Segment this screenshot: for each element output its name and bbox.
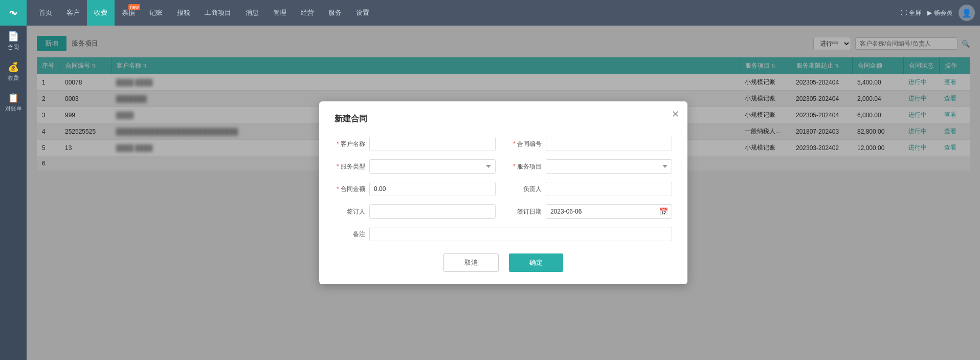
- contract-icon: 📄: [8, 31, 19, 42]
- sidebar-item-billing[interactable]: 💰 收费: [0, 56, 27, 87]
- remark-field: 备注: [335, 227, 672, 241]
- contract-no-label: 合同编号: [511, 140, 542, 149]
- topnav: 首页 客户 收费 票据 new 记账 报税 工商项目 消息 管理 经营: [27, 0, 980, 26]
- modal-dialog: 新建合同 ✕ 客户名称 合同编号 服务类型: [319, 101, 687, 284]
- sidebar-item-billing-label: 收费: [8, 74, 19, 82]
- contract-no-field: 合同编号: [511, 137, 672, 151]
- customer-field: 客户名称: [335, 137, 496, 151]
- sidebar-item-reconcile[interactable]: 📋 对账单: [0, 87, 27, 118]
- modal-title: 新建合同: [335, 114, 672, 124]
- sidebar-item-contract-label: 合同: [8, 44, 19, 51]
- modal-close-button[interactable]: ✕: [672, 110, 679, 119]
- responsible-field: 负责人: [511, 182, 672, 196]
- nav-service[interactable]: 服务: [321, 0, 349, 26]
- reconcile-icon: 📋: [8, 92, 19, 103]
- main-area: 首页 客户 收费 票据 new 记账 报税 工商项目 消息 管理 经营: [27, 0, 980, 360]
- service-item-field: 服务项目: [511, 159, 672, 174]
- signer-input[interactable]: [369, 204, 496, 219]
- nav-billing[interactable]: 收费: [87, 0, 115, 26]
- service-type-label: 服务类型: [335, 162, 365, 171]
- remark-label: 备注: [335, 230, 365, 239]
- nav-home[interactable]: 首页: [32, 0, 59, 26]
- modal-overlay: 新建合同 ✕ 客户名称 合同编号 服务类型: [27, 26, 980, 360]
- sign-date-field: 签订日期 📅: [511, 204, 672, 219]
- service-item-label: 服务项目: [511, 162, 542, 171]
- sign-date-input[interactable]: [546, 204, 672, 219]
- sidebar-logo[interactable]: [0, 0, 27, 26]
- new-badge: new: [128, 4, 140, 10]
- member-button[interactable]: ▶ 畅会员: [927, 9, 952, 17]
- modal-footer: 取消 确定: [335, 253, 672, 272]
- sidebar-item-reconcile-label: 对账单: [5, 105, 22, 113]
- contract-amount-field: 合同金额: [335, 182, 496, 196]
- sidebar: 📄 合同 💰 收费 📋 对账单: [0, 0, 27, 360]
- responsible-input[interactable]: [546, 182, 672, 196]
- customer-label: 客户名称: [335, 140, 365, 149]
- service-type-select[interactable]: [369, 159, 496, 174]
- nav-right: ⛶ 全屏 ▶ 畅会员 👤: [901, 5, 975, 21]
- form-grid: 客户名称 合同编号 服务类型 服务项目: [335, 137, 672, 241]
- nav-invoice[interactable]: 票据 new: [115, 0, 142, 26]
- content: 新增 服务项目 进行中 已终止 全部 🔍 序号 合同编号⇅ 客户名称⇅: [27, 26, 980, 360]
- nav-operation[interactable]: 经营: [294, 0, 321, 26]
- play-icon: ▶: [927, 9, 932, 16]
- confirm-button[interactable]: 确定: [509, 253, 563, 272]
- fullscreen-button[interactable]: ⛶ 全屏: [901, 9, 921, 17]
- contract-amount-input[interactable]: [369, 182, 496, 196]
- sidebar-item-contract[interactable]: 📄 合同: [0, 26, 27, 56]
- nav-manage[interactable]: 管理: [266, 0, 294, 26]
- avatar-icon: 👤: [962, 8, 972, 18]
- nav-customer[interactable]: 客户: [59, 0, 87, 26]
- billing-icon: 💰: [8, 61, 19, 73]
- signer-label: 签订人: [335, 207, 365, 216]
- svg-point-1: [12, 12, 15, 14]
- nav-bookkeeping[interactable]: 记账: [142, 0, 170, 26]
- signer-field: 签订人: [335, 204, 496, 219]
- sign-date-wrap: 📅: [546, 204, 672, 219]
- sign-date-label: 签订日期: [511, 207, 542, 216]
- responsible-label: 负责人: [511, 185, 542, 194]
- cancel-button[interactable]: 取消: [443, 253, 499, 272]
- calendar-icon[interactable]: 📅: [659, 207, 668, 216]
- nav-business[interactable]: 工商项目: [197, 0, 238, 26]
- service-item-select[interactable]: [546, 159, 672, 174]
- avatar[interactable]: 👤: [959, 5, 975, 21]
- contract-no-input[interactable]: [546, 137, 672, 151]
- remark-input[interactable]: [369, 227, 672, 241]
- nav-tax[interactable]: 报税: [170, 0, 197, 26]
- contract-amount-label: 合同金额: [335, 185, 365, 194]
- nav-settings[interactable]: 设置: [349, 0, 376, 26]
- nav-message[interactable]: 消息: [238, 0, 266, 26]
- customer-input[interactable]: [369, 137, 496, 151]
- fullscreen-icon: ⛶: [901, 9, 907, 16]
- service-type-field: 服务类型: [335, 159, 496, 174]
